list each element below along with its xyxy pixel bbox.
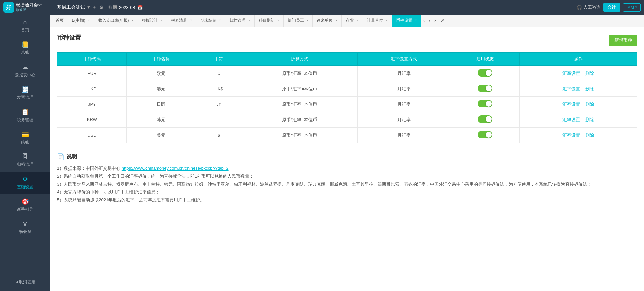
- rate-settings-link[interactable]: 汇率设置: [562, 133, 580, 138]
- tab-close-all-button[interactable]: ×: [432, 15, 439, 27]
- sidebar-item-ledger[interactable]: 📒 总账: [0, 37, 50, 59]
- cancel-pin-button[interactable]: ◄取消固定: [0, 277, 50, 288]
- cell-code: HKD: [57, 81, 127, 97]
- top-bar-center: 基层工会测试 ▼ ＋ ⚙ 账期 2023-03 📅: [54, 4, 577, 10]
- tab-income-close[interactable]: ×: [132, 19, 134, 22]
- toggle-enabled[interactable]: [478, 85, 492, 92]
- tab-prev-button[interactable]: ‹: [421, 15, 427, 27]
- rate-settings-link[interactable]: 汇率设置: [562, 102, 580, 107]
- tab-home[interactable]: 首页: [52, 15, 68, 27]
- sidebar-item-member[interactable]: V 畅会员: [0, 216, 50, 239]
- tab-customer[interactable]: 往来单位 ×: [313, 15, 342, 27]
- new-currency-button[interactable]: 新增币种: [609, 35, 637, 46]
- period-label: 账期: [108, 4, 117, 10]
- settings-icon[interactable]: ⚙: [99, 5, 104, 10]
- add-icon[interactable]: ＋: [92, 4, 97, 10]
- guide-icon: 🎯: [21, 198, 29, 205]
- cell-symbol: J¥: [196, 97, 242, 112]
- tab-next-button[interactable]: ›: [427, 15, 432, 27]
- account-button[interactable]: 会计: [603, 3, 620, 12]
- home-icon: ⌂: [23, 19, 27, 26]
- sidebar-item-guide[interactable]: 🎯 新手引导: [0, 194, 50, 216]
- tab-taxclear-close[interactable]: ×: [190, 19, 192, 22]
- tab-currency-close[interactable]: ×: [415, 19, 417, 22]
- sidebar-item-report[interactable]: ☁ 云报表中心: [0, 59, 50, 82]
- delete-link[interactable]: 删除: [585, 117, 594, 122]
- sidebar-item-home[interactable]: ⌂ 首页: [0, 15, 50, 37]
- tab-inventory[interactable]: 存货 ×: [342, 15, 363, 27]
- table-row: USD美元$原币*汇率=本位币月汇率 汇率设置 删除: [57, 128, 637, 143]
- tab-customer-close[interactable]: ×: [335, 19, 337, 22]
- tab-dept-close[interactable]: ×: [307, 19, 309, 22]
- tab-archive-close[interactable]: ×: [248, 19, 250, 22]
- sidebar-label-guide: 新手引导: [17, 207, 33, 212]
- logo-icon: 好: [3, 2, 14, 13]
- tab-income-label: 收入支出表(年报): [98, 18, 129, 23]
- tab-currency[interactable]: 币种设置 ×: [392, 15, 421, 27]
- sidebar-item-settings[interactable]: ⚙ 基础设置: [0, 172, 50, 194]
- archive-icon: 🗄: [22, 153, 28, 160]
- main-layout: ⌂ 首页 📒 总账 ☁ 云报表中心 🧾 发票管理 📋 税务管理 💳 结账: [0, 15, 644, 291]
- delete-link[interactable]: 删除: [585, 102, 594, 107]
- rate-settings-link[interactable]: 汇率设置: [562, 71, 580, 76]
- sidebar-item-tax[interactable]: 📋 税务管理: [0, 104, 50, 127]
- sidebar-item-archive[interactable]: 🗄 归档管理: [0, 149, 50, 172]
- tab-period-close[interactable]: ×: [88, 19, 90, 22]
- tab-dept[interactable]: 部门员工 ×: [284, 15, 313, 27]
- help-button[interactable]: 🎧 人工咨询: [577, 4, 601, 10]
- toggle-enabled[interactable]: [478, 69, 492, 77]
- rate-settings-link[interactable]: 汇率设置: [562, 117, 580, 122]
- tab-expand-button[interactable]: ⤢: [439, 15, 446, 27]
- iam-badge[interactable]: iAM *: [623, 3, 641, 12]
- tab-periodend-close[interactable]: ×: [219, 19, 221, 22]
- company-dropdown-icon[interactable]: ▼: [87, 5, 91, 10]
- note-1: 1）数据来源：中国外汇交易中心 https://www.chinamoney.c…: [57, 164, 637, 172]
- toggle-enabled[interactable]: [478, 115, 492, 123]
- help-label: 人工咨询: [583, 4, 601, 10]
- tab-unit-close[interactable]: ×: [386, 19, 388, 22]
- note-3: 3）人民币对马来西亚林吉特、俄罗斯卢布、南非兰特、韩元、阿联酋迪拉姆、沙特里亚尔…: [57, 180, 637, 188]
- tab-periodend[interactable]: 期末结转 ×: [196, 15, 225, 27]
- tab-taxclear-label: 税表清册: [171, 18, 187, 23]
- tab-template-close[interactable]: ×: [161, 19, 163, 22]
- toggle-enabled[interactable]: [478, 131, 492, 138]
- currency-table: 币种代码 币种名称 币符 折算方式 汇率设置方式 启用状态 操作 EUR欧元€原…: [57, 52, 637, 143]
- tab-template[interactable]: 模版设计 ×: [138, 15, 167, 27]
- delete-link[interactable]: 删除: [585, 86, 594, 91]
- cell-rate-type: 月汇率: [358, 97, 450, 112]
- tab-period[interactable]: £(中期) ×: [68, 15, 94, 27]
- delete-link[interactable]: 删除: [585, 71, 594, 76]
- cell-symbol: HK$: [196, 81, 242, 97]
- tab-unit[interactable]: 计量单位 ×: [363, 15, 392, 27]
- cell-calc: 原币*汇率=本位币: [242, 128, 358, 143]
- note-5: 5）系统只能自动抓取2021年度后的汇率，之前年度汇率需要用户手工维护。: [57, 196, 637, 204]
- col-calc: 折算方式: [242, 53, 358, 66]
- cell-status: [450, 66, 520, 81]
- table-row: HKD港元HK$原币*汇率=本位币月汇率 汇率设置 删除: [57, 81, 637, 97]
- sidebar-item-invoice[interactable]: 🧾 发票管理: [0, 82, 50, 104]
- tab-income[interactable]: 收入支出表(年报) ×: [94, 15, 138, 27]
- tab-subjects-close[interactable]: ×: [277, 19, 279, 22]
- logo-area: 好 畅捷通好会计 旗舰版: [3, 2, 54, 13]
- tab-period-label: £(中期): [72, 18, 85, 23]
- toggle-enabled[interactable]: [478, 100, 492, 107]
- calendar-icon[interactable]: 📅: [137, 5, 143, 10]
- cell-rate-type: 月汇率: [358, 112, 450, 128]
- cell-calc: 原币*汇率=本位币: [242, 112, 358, 128]
- tab-archive[interactable]: 归档管理 ×: [225, 15, 255, 27]
- delete-link[interactable]: 删除: [585, 133, 594, 138]
- note-4: 4）无官方牌价的币种，可以用户手工维护汇率信息；: [57, 188, 637, 196]
- page-title: 币种设置: [57, 34, 81, 42]
- tab-subjects[interactable]: 科目期初 ×: [255, 15, 284, 27]
- tab-archive-label: 归档管理: [229, 18, 246, 23]
- notes-list: 1）数据来源：中国外汇交易中心 https://www.chinamoney.c…: [57, 164, 637, 204]
- tab-home-label: 首页: [56, 18, 64, 23]
- settle-icon: 💳: [21, 131, 29, 138]
- cell-status: [450, 97, 520, 112]
- tab-inventory-close[interactable]: ×: [357, 19, 359, 22]
- rate-settings-link[interactable]: 汇率设置: [562, 86, 580, 91]
- sidebar-item-settle[interactable]: 💳 结账: [0, 127, 50, 149]
- tab-template-label: 模版设计: [142, 18, 158, 23]
- notes-link[interactable]: https://www.chinamoney.com.cn/chinese/bk…: [122, 166, 229, 171]
- tab-taxclear[interactable]: 税表清册 ×: [167, 15, 196, 27]
